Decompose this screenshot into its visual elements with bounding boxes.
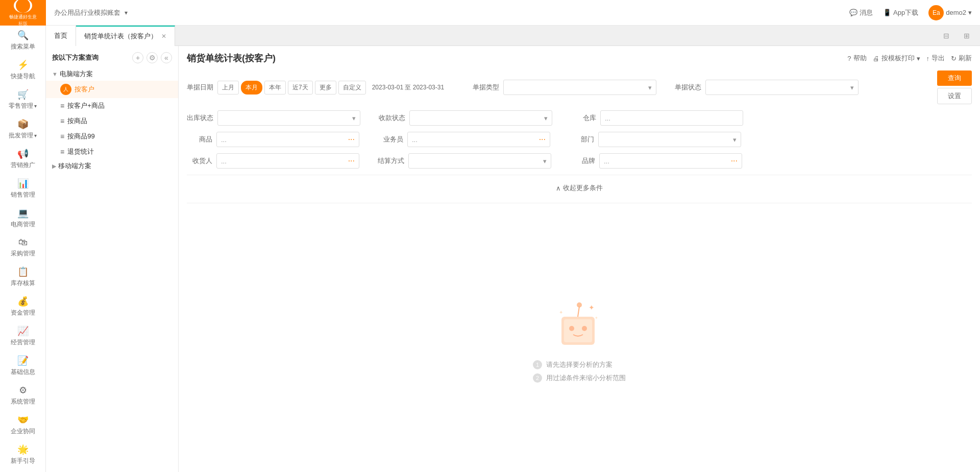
- date-btn-7days[interactable]: 近7天: [288, 81, 313, 95]
- receiver-select[interactable]: ... ···: [216, 153, 359, 169]
- date-control: 上月 本月 本年 近7天 更多 自定义 2023-03-01 至 2023-03…: [217, 81, 444, 95]
- brand-select[interactable]: ... ···: [599, 153, 742, 169]
- print-label: 按模板打印: [881, 54, 915, 63]
- sidebar-item-newbie-label: 新手引导: [11, 457, 35, 465]
- order-status-select[interactable]: ▾: [705, 80, 859, 95]
- scheme-item-by-product[interactable]: ≡ 按商品: [46, 113, 178, 129]
- filter-item-settlement: 结算方式 ▾: [378, 153, 551, 169]
- collapse-panel-button[interactable]: «: [161, 52, 172, 63]
- sidebar-item-operation[interactable]: 📈 经营管理: [0, 321, 46, 351]
- add-scheme-button[interactable]: +: [132, 52, 143, 63]
- maximize-icon[interactable]: ⊞: [958, 32, 976, 40]
- scheme-item-by-customer[interactable]: 人 按客户: [46, 81, 178, 98]
- date-btn-last-month[interactable]: 上月: [217, 81, 239, 95]
- print-button[interactable]: 🖨 按模板打印 ▾: [873, 54, 920, 63]
- brand-dots[interactable]: ···: [731, 156, 738, 166]
- tab-home[interactable]: 首页: [46, 26, 76, 46]
- scheme-group-mobile-header[interactable]: ▶ 移动端方案: [46, 159, 178, 173]
- message-button[interactable]: 💬 消息: [849, 8, 873, 17]
- export-button[interactable]: ↑ 导出: [926, 54, 945, 63]
- date-btn-this-month[interactable]: 本月: [241, 81, 262, 95]
- warehouse-placeholder: ...: [605, 114, 610, 122]
- ecommerce-icon: 💻: [17, 207, 29, 219]
- sidebar-item-finance[interactable]: 💰 资金管理: [0, 292, 46, 321]
- product-select[interactable]: ... ···: [216, 132, 359, 147]
- svg-point-5: [577, 302, 582, 308]
- scheme-group-desktop-header[interactable]: ▼ 电脑端方案: [46, 67, 178, 81]
- order-type-dropdown-icon: ▾: [648, 84, 652, 91]
- date-btn-this-year[interactable]: 本年: [264, 81, 286, 95]
- warehouse-label: 仓库: [571, 113, 596, 123]
- sidebar-item-app-center[interactable]: 📱 应用中心: [0, 469, 46, 472]
- sidebar-item-basic[interactable]: 📝 基础信息: [0, 351, 46, 381]
- refresh-label: 刷新: [959, 54, 972, 63]
- user-name: demo2: [946, 9, 966, 16]
- app-download-label: App下载: [893, 8, 918, 17]
- collapse-arrow-icon: ∧: [556, 184, 561, 192]
- department-select[interactable]: ▾: [598, 132, 741, 147]
- sidebar-item-quick-nav[interactable]: ⚡ 快捷导航: [0, 55, 46, 85]
- order-type-select[interactable]: ▾: [503, 80, 656, 95]
- sidebar-item-retail[interactable]: 🛒 零售管理 ▾: [0, 85, 46, 114]
- title-actions: ? 帮助 🖨 按模板打印 ▾ ↑ 导出 ↻ 刷新: [847, 54, 972, 63]
- scheme-item-return-stat[interactable]: ≡ 退货统计: [46, 144, 178, 159]
- receipt-status-select[interactable]: ▾: [409, 110, 552, 126]
- date-btn-more[interactable]: 更多: [315, 81, 336, 95]
- svg-line-4: [578, 306, 579, 317]
- settlement-select[interactable]: ▾: [408, 153, 551, 169]
- collapse-button[interactable]: ∧ 收起更多条件: [556, 179, 603, 197]
- tab-sales-stat[interactable]: 销货单统计表（按客户） ✕: [76, 26, 175, 46]
- tab-bar-actions: ⊟ ⊞: [937, 32, 980, 40]
- sidebar-item-newbie[interactable]: 🌟 新手引导: [0, 440, 46, 469]
- user-profile[interactable]: Ea demo2 ▾: [928, 5, 972, 20]
- app-download-button[interactable]: 📱 App下载: [883, 8, 918, 17]
- product-label: 商品: [187, 135, 212, 144]
- scheme-item-by-customer-product[interactable]: ≡ 按客户+商品: [46, 98, 178, 113]
- scheme-item-by-product-99[interactable]: ≡ 按商品99: [46, 129, 178, 144]
- tab-close-icon[interactable]: ✕: [161, 33, 166, 40]
- product-dots[interactable]: ···: [348, 135, 355, 144]
- sidebar-item-inventory[interactable]: 📋 库存核算: [0, 262, 46, 292]
- warehouse-select[interactable]: ...: [600, 110, 743, 126]
- sidebar-item-enterprise[interactable]: 🤝 企业协同: [0, 410, 46, 440]
- sidebar-item-wholesale[interactable]: 📦 批发管理 ▾: [0, 114, 46, 144]
- scheme-group-desktop-label: 电脑端方案: [60, 69, 93, 79]
- scheme-settings-button[interactable]: ⚙: [146, 52, 158, 63]
- query-button[interactable]: 查询: [937, 70, 972, 86]
- page-title-area: 销货单统计表(按客户) ? 帮助 🖨 按模板打印 ▾ ↑ 导出: [179, 46, 980, 64]
- sidebar: 畅捷通好生意 标版 🔍 搜索菜单 ⚡ 快捷导航 🛒 零售管理 ▾ 📦 批发管理 …: [0, 0, 46, 472]
- date-btn-custom[interactable]: 自定义: [338, 81, 366, 95]
- sidebar-item-system[interactable]: ⚙ 系统管理: [0, 381, 46, 410]
- receipt-status-dropdown-icon: ▾: [544, 114, 548, 122]
- collapse-section: ∧ 收起更多条件: [187, 175, 972, 197]
- message-label: 消息: [860, 8, 873, 17]
- product-99-icon: ≡: [60, 132, 64, 140]
- chevron-down-icon-2: ▾: [34, 133, 37, 138]
- export-icon: ↑: [926, 55, 930, 62]
- out-status-label: 出库状态: [187, 113, 213, 123]
- inventory-icon: 📋: [17, 266, 29, 277]
- receiver-dots[interactable]: ···: [348, 156, 355, 166]
- sidebar-item-sales[interactable]: 📊 销售管理: [0, 174, 46, 203]
- settings-button[interactable]: 设置: [937, 88, 972, 104]
- out-status-select[interactable]: ▾: [217, 110, 360, 126]
- sidebar-item-purchase[interactable]: 🛍 采购管理: [0, 233, 46, 262]
- sidebar-item-inventory-label: 库存核算: [11, 279, 35, 288]
- help-button[interactable]: ? 帮助: [847, 54, 866, 63]
- salesperson-select[interactable]: ... ···: [407, 132, 550, 147]
- breadcrumb-dropdown-icon[interactable]: ▾: [125, 9, 128, 16]
- scheme-by-customer-label: 按客户: [75, 85, 94, 94]
- filter-area: 单据日期 上月 本月 本年 近7天 更多 自定义 2023-03-01 至 20…: [179, 64, 980, 203]
- filter-row-4: 收货人 ... ··· 结算方式 ▾ 品牌: [187, 153, 972, 169]
- filter-item-brand: 品牌 ... ···: [570, 153, 742, 169]
- sidebar-item-search-menu[interactable]: 🔍 搜索菜单: [0, 26, 46, 55]
- minimize-icon[interactable]: ⊟: [937, 32, 955, 40]
- svg-text:✦: ✦: [559, 310, 563, 315]
- sidebar-item-ecommerce[interactable]: 💻 电商管理: [0, 203, 46, 233]
- salesperson-dots[interactable]: ···: [539, 135, 546, 144]
- product-icon: ≡: [60, 117, 64, 125]
- salesperson-label: 业务员: [378, 135, 403, 144]
- brand-placeholder: ...: [604, 157, 609, 165]
- refresh-button[interactable]: ↻ 刷新: [951, 54, 972, 63]
- sidebar-item-marketing[interactable]: 📢 营销推广: [0, 144, 46, 174]
